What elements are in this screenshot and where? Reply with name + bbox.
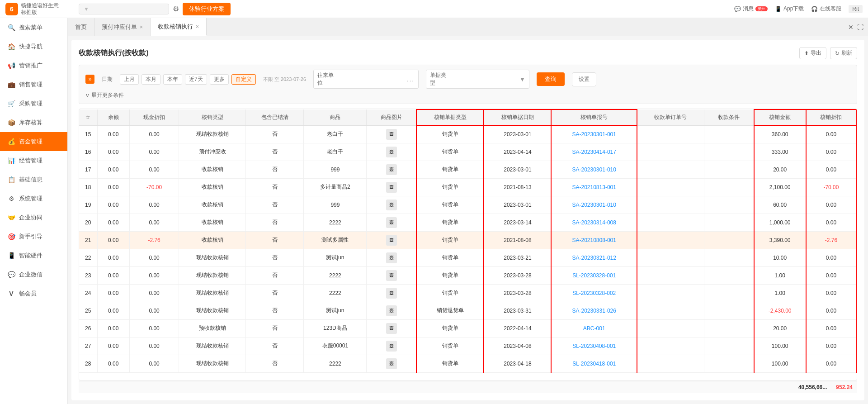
cell-bill-no[interactable]: SL-20230328-001 <box>551 266 637 284</box>
sidebar-item-nav[interactable]: 🏠 快捷导航 <box>0 37 67 56</box>
cell-bill-no[interactable]: SA-20230414-017 <box>551 143 637 161</box>
sidebar-item-purchase[interactable]: 🛒 采购管理 <box>0 94 67 113</box>
bill-no-link[interactable]: SA-20230301-001 <box>572 131 616 138</box>
top-center: ▼ ⚙ 休验行业方案 <box>79 3 729 15</box>
tab-maximize-btn[interactable]: ⛶ <box>857 24 863 31</box>
cell-goods: 老白干 <box>304 143 367 161</box>
cell-goods-image: 🖼 <box>367 337 416 355</box>
cell-goods-image: 🖼 <box>367 249 416 266</box>
cell-balance: 0.00 <box>97 355 129 372</box>
party-input[interactable] <box>334 76 407 82</box>
date-last-month[interactable]: 上月 <box>120 74 139 85</box>
gear-icon[interactable]: ⚙ <box>173 5 179 13</box>
bill-no-link[interactable]: SL-20230408-001 <box>572 343 616 349</box>
cell-no: 24 <box>79 284 97 302</box>
tab-collection-close[interactable]: × <box>196 24 199 30</box>
sidebar-item-wechat[interactable]: 💬 企业微信 <box>0 265 67 284</box>
cell-bill-no[interactable]: SA-20230301-010 <box>551 196 637 214</box>
cell-bill-no[interactable]: SA-20230301-001 <box>551 125 637 143</box>
cell-bill-date: 2023-03-21 <box>484 249 551 266</box>
bill-no-link[interactable]: ABC-001 <box>583 325 605 332</box>
sidebar-item-collab[interactable]: 🤝 企业协同 <box>0 208 67 227</box>
tab-prepay[interactable]: 预付冲应付单 × <box>94 18 151 36</box>
sidebar-item-finance[interactable]: 💰 资金管理 <box>0 132 67 151</box>
cell-goods: 123D商品 <box>304 319 367 337</box>
cell-bill-no[interactable]: SA-20230314-008 <box>551 214 637 231</box>
bill-no-link[interactable]: SA-20230301-010 <box>572 166 616 173</box>
member-icon: V <box>7 290 15 298</box>
filter-toggle-btn[interactable]: » <box>85 75 94 84</box>
settings-btn[interactable]: 设置 <box>572 72 596 86</box>
cell-bill-no[interactable]: SA-20210808-001 <box>551 231 637 249</box>
table-header-row: ☆ 余额 现金折扣 核销类型 包含已结清 商品 商品图片 核销单据类型 核销单据… <box>79 109 856 125</box>
bill-no-link[interactable]: SL-20230328-001 <box>572 272 616 279</box>
cell-terms <box>704 125 754 143</box>
query-btn[interactable]: 查询 <box>537 72 565 86</box>
filter-bar: » 日期 上月 本月 本年 近7天 更多 自定义 不限 至 2023-07-26… <box>79 65 857 104</box>
sidebar-item-basic-info[interactable]: 📋 基础信息 <box>0 170 67 189</box>
tab-close-btn[interactable]: ✕ <box>848 24 854 31</box>
cell-terms <box>704 143 754 161</box>
cell-bill-no[interactable]: SA-20230301-010 <box>551 161 637 178</box>
sidebar-item-member[interactable]: V 畅会员 <box>0 284 67 303</box>
cell-type: 现结收款核销 <box>179 284 246 302</box>
table-row: 17 0.00 0.00 收款核销 否 999 🖼 销货单 2023-03-01… <box>79 161 856 178</box>
expand-link[interactable]: ∨ 展开更多条件 <box>85 91 850 99</box>
tab-collection[interactable]: 收款核销执行 × <box>151 18 207 36</box>
date-this-year[interactable]: 本年 <box>163 74 182 85</box>
tab-prepay-close[interactable]: × <box>140 24 143 30</box>
cell-bill-no[interactable]: SL-20230418-001 <box>551 355 637 372</box>
cell-bill-no[interactable]: SA-20230331-026 <box>551 302 637 319</box>
cell-bill-no[interactable]: ABC-001 <box>551 319 637 337</box>
date-custom[interactable]: 自定义 <box>231 74 256 85</box>
user-name[interactable]: Rit <box>849 5 863 13</box>
export-btn[interactable]: ⬆ 导出 <box>799 47 826 59</box>
online-service[interactable]: 🎧 在线客服 <box>811 5 841 13</box>
sidebar-item-marketing[interactable]: 📢 营销推广 <box>0 56 67 75</box>
cell-bill-date: 2023-04-18 <box>484 355 551 372</box>
cell-order-no <box>637 337 704 355</box>
cell-no: 23 <box>79 266 97 284</box>
bill-no-link[interactable]: SL-20230328-002 <box>572 290 616 296</box>
cell-amount: 100.00 <box>754 355 806 372</box>
sidebar-item-sales[interactable]: 💼 销售管理 <box>0 75 67 94</box>
cell-included: 否 <box>245 231 304 249</box>
bill-no-link[interactable]: SA-20230414-017 <box>572 149 616 155</box>
date-this-month[interactable]: 本月 <box>142 74 160 85</box>
date-more[interactable]: 更多 <box>210 74 229 85</box>
sidebar-item-inventory[interactable]: 📦 库存核算 <box>0 113 67 132</box>
cell-bill-no[interactable]: SA-20210813-001 <box>551 178 637 196</box>
bill-no-link[interactable]: SL-20230418-001 <box>572 361 616 367</box>
bill-no-link[interactable]: SA-20210808-001 <box>572 237 616 243</box>
cell-discount: 0.00 <box>806 302 856 319</box>
refresh-btn[interactable]: ↻ 刷新 <box>830 47 857 59</box>
industry-btn[interactable]: 休验行业方案 <box>183 3 231 15</box>
sidebar-item-hardware[interactable]: 📱 智能硬件 <box>0 246 67 265</box>
cell-terms <box>704 231 754 249</box>
cell-amount: 1,000.00 <box>754 214 806 231</box>
bill-no-link[interactable]: SA-20230331-026 <box>572 308 616 314</box>
cell-bill-date: 2023-03-01 <box>484 196 551 214</box>
sidebar-item-guide[interactable]: 🎯 新手引导 <box>0 227 67 246</box>
cell-bill-date: 2023-03-01 <box>484 161 551 178</box>
wechat-icon: 💬 <box>7 271 15 279</box>
sidebar-item-search[interactable]: 🔍 搜索菜单 <box>0 18 67 37</box>
page-header: 收款核销执行(按收款) ⬆ 导出 ↻ 刷新 <box>79 47 857 59</box>
message-item[interactable]: 💬 消息 99+ <box>734 5 768 13</box>
cell-bill-no[interactable]: SA-20230321-012 <box>551 249 637 266</box>
tab-home[interactable]: 首页 <box>68 18 94 36</box>
sidebar-item-operations[interactable]: 📊 经营管理 <box>0 151 67 170</box>
date-group: 上月 本月 本年 近7天 更多 自定义 <box>120 74 256 85</box>
cell-bill-no[interactable]: SL-20230328-002 <box>551 284 637 302</box>
sidebar-item-system[interactable]: ⚙ 系统管理 <box>0 189 67 208</box>
bill-no-link[interactable]: SA-20230321-012 <box>572 255 616 261</box>
cell-goods: 2222 <box>304 355 367 372</box>
receipt-type-input[interactable] <box>447 76 519 82</box>
date-7days[interactable]: 近7天 <box>185 74 207 85</box>
bill-no-link[interactable]: SA-20230314-008 <box>572 219 616 226</box>
bill-no-link[interactable]: SA-20210813-001 <box>572 184 616 190</box>
bill-no-link[interactable]: SA-20230301-010 <box>572 202 616 208</box>
cell-bill-no[interactable]: SL-20230408-001 <box>551 337 637 355</box>
cell-discount: 0.00 <box>806 319 856 337</box>
app-download[interactable]: 📱 App下载 <box>775 5 804 13</box>
